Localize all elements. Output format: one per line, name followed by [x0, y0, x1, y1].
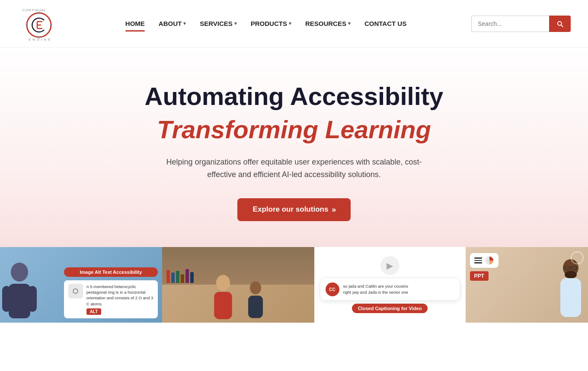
- caption-box: CC so jada and Caitlin are your cousins …: [320, 279, 460, 300]
- cc-label-badge: Closed Captioning for Video: [352, 304, 428, 313]
- explore-solutions-button[interactable]: Explore our solutions »: [237, 198, 351, 221]
- hero-subtitle: Helping organizations offer equitable us…: [156, 156, 432, 181]
- svg-rect-14: [28, 286, 37, 312]
- main-nav: HOME ABOUT ▾ SERVICES ▾ PRODUCTS ▾ RESOU…: [61, 18, 471, 29]
- person4-icon: [553, 256, 588, 323]
- svg-text:ENGINE: ENGINE: [29, 38, 52, 41]
- nav-resources[interactable]: RESOURCES ▾: [305, 18, 351, 29]
- svg-text:CONTINUAL: CONTINUAL: [22, 8, 46, 12]
- nav-services[interactable]: SERVICES ▾: [200, 18, 237, 29]
- svg-point-17: [250, 281, 261, 294]
- card-alt-text: Image Alt Text Accessibility ⬡ A 5-membe…: [0, 247, 162, 323]
- cards-preview: Image Alt Text Accessibility ⬡ A 5-membe…: [0, 247, 588, 323]
- hero-title-line2: Transforming Learning: [17, 115, 571, 144]
- svg-rect-25: [560, 278, 581, 317]
- svg-point-24: [565, 271, 577, 279]
- person2-icon: [208, 273, 238, 323]
- svg-point-2: [26, 24, 28, 26]
- nav-home[interactable]: HOME: [125, 18, 145, 29]
- ppt-badge: PPT: [470, 271, 489, 281]
- services-chevron-icon: ▾: [234, 21, 237, 26]
- person1-icon: [0, 260, 39, 323]
- search-icon: [556, 20, 564, 28]
- alt-badge-small: ALT: [86, 308, 102, 315]
- hero-section: Automating Accessibility Transforming Le…: [0, 48, 588, 247]
- products-chevron-icon: ▾: [289, 21, 291, 26]
- hero-title-line1: Automating Accessibility: [17, 82, 571, 111]
- nav-contact[interactable]: CONTACT US: [364, 18, 406, 29]
- list-icon: [474, 257, 482, 263]
- card-closed-captioning: ▶ CC so jada and Caitlin are your cousin…: [314, 247, 466, 323]
- svg-rect-12: [9, 284, 30, 318]
- about-chevron-icon: ▾: [183, 21, 186, 26]
- search-button[interactable]: [549, 16, 571, 32]
- logo-svg: CONTINUAL ENGINE: [17, 5, 61, 42]
- header: CONTINUAL ENGINE HOME ABOUT ▾ SERVICES: [0, 0, 588, 48]
- cta-chevrons-icon: »: [332, 205, 335, 214]
- svg-rect-13: [2, 286, 11, 312]
- svg-point-15: [216, 275, 230, 291]
- logo[interactable]: CONTINUAL ENGINE: [17, 5, 61, 42]
- svg-rect-18: [248, 295, 263, 318]
- resources-chevron-icon: ▾: [348, 21, 351, 26]
- alt-icon-box: ⬡: [68, 284, 83, 298]
- alt-description: A 5-membered heterocyclic pentagonal rin…: [86, 284, 154, 307]
- nav-about[interactable]: ABOUT ▾: [159, 18, 186, 29]
- cc-avatar: CC: [326, 282, 339, 296]
- svg-point-11: [11, 263, 28, 282]
- circle-decoration: [571, 251, 584, 264]
- chart-icon: [485, 256, 494, 265]
- alt-text-badge: Image Alt Text Accessibility: [64, 267, 158, 277]
- nav-products[interactable]: PRODUCTS ▾: [251, 18, 291, 29]
- search-area: [471, 16, 571, 32]
- svg-rect-16: [214, 292, 232, 319]
- card-ppt: PPT: [466, 247, 588, 323]
- svg-point-4: [38, 12, 40, 14]
- person3-icon: [243, 277, 268, 323]
- svg-point-3: [50, 24, 52, 26]
- caption-text: so jada and Caitlin are your cousins rig…: [343, 283, 409, 296]
- ppt-icon-row: [470, 253, 499, 268]
- search-input[interactable]: [471, 16, 549, 32]
- card-learning: [162, 247, 314, 323]
- play-button-icon: ▶: [380, 256, 399, 275]
